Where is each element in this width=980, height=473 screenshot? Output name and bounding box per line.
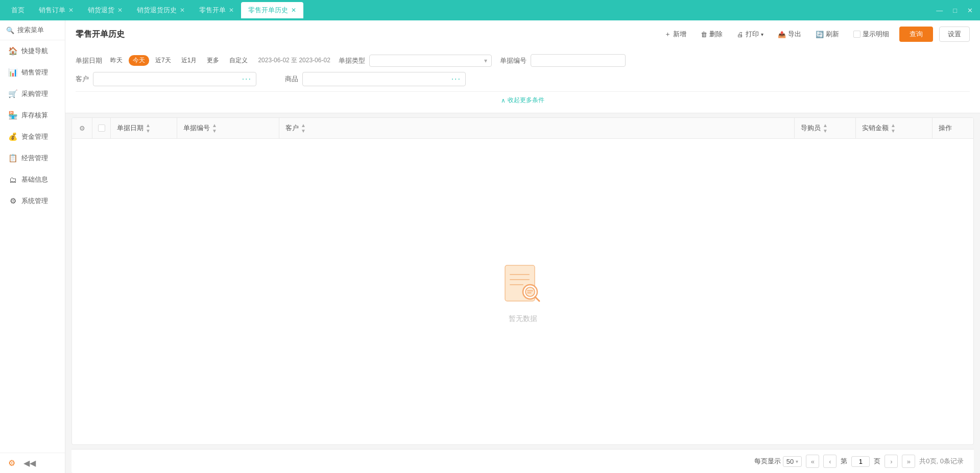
close-button[interactable]: ✕ xyxy=(964,6,976,15)
sidebar-item-operations-label: 经营管理 xyxy=(21,154,48,163)
th-guide[interactable]: 导购员 ▲▼ xyxy=(795,118,856,138)
customer-lookup-icon[interactable]: ··· xyxy=(242,74,252,84)
sidebar-item-purchase-mgmt[interactable]: 🛒 采购管理 xyxy=(0,83,65,105)
tab-sales-return[interactable]: 销货退货 ✕ xyxy=(81,2,130,18)
th-customer[interactable]: 客户 ▲▼ xyxy=(279,118,795,138)
print-button[interactable]: 🖨 打印 ▾ xyxy=(733,28,768,41)
empty-state: 暂无数据 xyxy=(72,139,973,444)
next-page-button[interactable]: › xyxy=(885,455,898,468)
sidebar-nav: 🏠 快捷导航 📊 销售管理 🛒 采购管理 🏪 库存核算 💰 资金管理 📋 xyxy=(0,40,65,453)
th-date-sort-icon: ▲▼ xyxy=(146,122,151,134)
tab-sales-return-history[interactable]: 销货退货历史 ✕ xyxy=(130,2,192,18)
filter-goods-input[interactable]: ··· xyxy=(302,72,466,86)
tab-retail-history-label: 零售开单历史 xyxy=(248,6,288,15)
delete-button[interactable]: 🗑 删除 xyxy=(697,28,727,41)
prev-page-icon: ‹ xyxy=(829,458,831,465)
table-gear-button[interactable]: ⚙ xyxy=(72,118,92,138)
sidebar-item-sales-mgmt[interactable]: 📊 销售管理 xyxy=(0,62,65,83)
setting-button[interactable]: 设置 xyxy=(939,27,970,42)
th-amount-label: 实销金额 xyxy=(862,123,889,133)
sidebar-item-finance[interactable]: 💰 资金管理 xyxy=(0,126,65,147)
first-page-icon: « xyxy=(811,458,815,465)
date-btn-yesterday[interactable]: 昨天 xyxy=(106,55,127,66)
pagination: 每页显示 50 ▾ « ‹ 第 页 › » 共0页, 0条记录 xyxy=(71,449,974,473)
page-label: 页 xyxy=(874,457,880,466)
refresh-icon: 🔄 xyxy=(816,31,824,38)
date-btn-1month[interactable]: 近1月 xyxy=(177,55,201,66)
print-icon: 🖨 xyxy=(737,31,744,38)
add-button[interactable]: ＋ 新增 xyxy=(660,28,690,41)
last-page-button[interactable]: » xyxy=(902,455,915,468)
sidebar-item-operations[interactable]: 📋 经营管理 xyxy=(0,147,65,169)
tab-sales-order-close[interactable]: ✕ xyxy=(68,7,74,14)
export-button[interactable]: 📤 导出 xyxy=(774,28,805,41)
query-button[interactable]: 查询 xyxy=(899,27,933,42)
sidebar-item-quick-nav[interactable]: 🏠 快捷导航 xyxy=(0,40,65,62)
sales-mgmt-icon: 📊 xyxy=(8,68,17,77)
th-date[interactable]: 单据日期 ▲▼ xyxy=(111,118,177,138)
toolbar: ＋ 新增 🗑 删除 🖨 打印 ▾ 📤 导出 xyxy=(660,27,970,42)
sidebar-item-base-info-label: 基础信息 xyxy=(21,175,48,184)
sidebar-item-sys-mgmt-label: 系统管理 xyxy=(21,196,48,206)
filter-customer-input[interactable]: ··· xyxy=(93,72,256,86)
th-guide-sort-icon: ▲▼ xyxy=(823,122,828,134)
refresh-button[interactable]: 🔄 刷新 xyxy=(811,28,843,41)
chevron-down-icon: ▾ xyxy=(484,57,487,64)
prev-page-button[interactable]: ‹ xyxy=(823,455,836,468)
date-btn-today[interactable]: 今天 xyxy=(129,55,149,66)
tab-retail-history-close[interactable]: ✕ xyxy=(291,7,296,14)
maximize-button[interactable]: □ xyxy=(950,6,960,15)
sidebar-settings-icon[interactable]: ⚙ xyxy=(8,458,15,468)
next-page-icon: › xyxy=(890,458,892,465)
filter-order-no-input[interactable] xyxy=(531,54,626,67)
sys-mgmt-icon: ⚙ xyxy=(8,196,17,206)
date-btn-7days[interactable]: 近7天 xyxy=(151,55,175,66)
display-detail-label: 显示明细 xyxy=(863,30,889,39)
sidebar-item-quick-nav-label: 快捷导航 xyxy=(21,46,48,56)
tab-retail-open-close[interactable]: ✕ xyxy=(229,7,234,14)
page-number-input[interactable] xyxy=(851,456,870,467)
display-detail-button[interactable]: 显示明细 xyxy=(849,28,893,41)
tab-retail-open[interactable]: 零售开单 ✕ xyxy=(192,2,241,18)
th-guide-label: 导购员 xyxy=(801,123,821,133)
display-detail-checkbox[interactable] xyxy=(853,31,861,38)
collapse-label: 收起更多条件 xyxy=(508,96,544,105)
collapse-button[interactable]: ∧ 收起更多条件 xyxy=(501,94,544,107)
date-btn-more[interactable]: 更多 xyxy=(203,55,223,66)
customer-field[interactable] xyxy=(98,76,242,83)
sidebar-item-sys-mgmt[interactable]: ⚙ 系统管理 xyxy=(0,190,65,212)
date-btn-custom[interactable]: 自定义 xyxy=(225,55,252,66)
filter-customer: 客户 ··· xyxy=(76,72,256,86)
th-amount[interactable]: 实销金额 ▲▼ xyxy=(856,118,933,138)
window-controls: — □ ✕ xyxy=(933,6,976,15)
th-date-label: 单据日期 xyxy=(117,123,144,133)
tab-retail-open-label: 零售开单 xyxy=(199,6,226,15)
per-page-box[interactable]: 50 ▾ xyxy=(783,456,802,467)
goods-field[interactable] xyxy=(307,76,451,83)
table-check-all[interactable] xyxy=(92,118,111,138)
tab-sales-return-history-close[interactable]: ✕ xyxy=(180,7,185,14)
sidebar-search[interactable]: 🔍 搜索菜单 xyxy=(0,20,65,40)
sidebar-collapse-icon[interactable]: ◀◀ xyxy=(23,458,36,468)
minimize-button[interactable]: — xyxy=(933,6,946,15)
order-no-field[interactable] xyxy=(535,57,621,64)
sidebar-item-purchase-mgmt-label: 采购管理 xyxy=(21,89,48,98)
sidebar-item-base-info[interactable]: 🗂 基础信息 xyxy=(0,169,65,190)
tab-retail-history[interactable]: 零售开单历史 ✕ xyxy=(241,2,303,18)
filter-order-type-select[interactable]: ▾ xyxy=(369,55,492,67)
sidebar-item-inventory[interactable]: 🏪 库存核算 xyxy=(0,105,65,126)
goods-lookup-icon[interactable]: ··· xyxy=(451,74,461,84)
table-header: ⚙ 单据日期 ▲▼ 单据编号 ▲▼ 客户 xyxy=(72,118,973,139)
check-all-checkbox[interactable] xyxy=(98,125,105,132)
first-page-button[interactable]: « xyxy=(806,455,819,468)
th-no[interactable]: 单据编号 ▲▼ xyxy=(177,118,279,138)
tab-sales-return-close[interactable]: ✕ xyxy=(117,7,123,14)
export-icon: 📤 xyxy=(778,31,786,38)
th-customer-label: 客户 xyxy=(285,123,299,133)
filter-date-options: 昨天 今天 近7天 近1月 更多 自定义 xyxy=(106,55,252,66)
tab-sales-order[interactable]: 销售订单 ✕ xyxy=(32,2,81,18)
delete-icon: 🗑 xyxy=(701,31,707,38)
filter-date: 单据日期 昨天 今天 近7天 近1月 更多 自定义 2023-06-02 至 2… xyxy=(76,55,330,66)
tab-home[interactable]: 首页 xyxy=(4,2,32,18)
tab-sales-return-history-label: 销货退货历史 xyxy=(137,6,177,15)
